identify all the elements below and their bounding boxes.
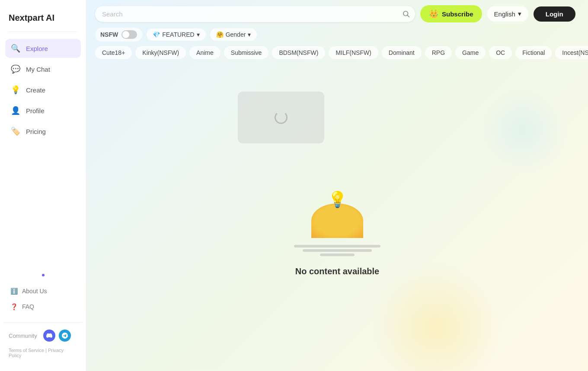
language-label: English: [494, 10, 515, 18]
gender-filter[interactable]: 🤗 Gender ▾: [210, 29, 257, 41]
bg-decoration-1: [372, 263, 502, 371]
nsfw-knob: [122, 31, 129, 38]
tag-milf[interactable]: MILF(NSFW): [329, 46, 378, 59]
gender-emoji: 🤗: [216, 31, 224, 38]
nsfw-label: NSFW: [100, 31, 118, 38]
svg-line-1: [407, 15, 409, 17]
discord-icon[interactable]: [43, 330, 55, 342]
login-button[interactable]: Login: [534, 6, 575, 22]
sidebar-label-my-chat: My Chat: [26, 66, 50, 73]
tag-kinky[interactable]: Kinky(NSFW): [135, 46, 186, 59]
no-content-text: No content available: [295, 266, 380, 276]
bg-decoration-2: [480, 87, 566, 174]
faq-label: FAQ: [22, 303, 34, 310]
crown-icon: 👑: [429, 9, 438, 19]
header: 👑 Subscribe English ▾ Login: [86, 0, 588, 28]
featured-label: FEATURED: [162, 31, 194, 38]
no-content-container: 💡 No content available: [290, 186, 385, 276]
explore-icon: 🔍: [10, 43, 21, 54]
search-button[interactable]: [402, 10, 410, 18]
featured-emoji: 💎: [153, 31, 160, 38]
faq-icon: ❓: [10, 303, 18, 310]
sidebar-item-pricing[interactable]: 🏷️ Pricing: [5, 122, 81, 141]
my-chat-icon: 💬: [10, 64, 21, 74]
about-us-label: About Us: [22, 288, 47, 295]
community-section: Community: [0, 326, 86, 345]
sidebar-item-profile[interactable]: 👤 Profile: [5, 101, 81, 120]
tag-game[interactable]: Game: [455, 46, 486, 59]
subscribe-button[interactable]: 👑 Subscribe: [420, 5, 482, 22]
main-content: 👑 Subscribe English ▾ Login NSFW 💎 FEATU…: [86, 0, 588, 371]
footer-separator: |: [45, 348, 47, 353]
chevron-down-icon: ▾: [518, 10, 521, 18]
tag-dominant[interactable]: Dominant: [382, 46, 422, 59]
gender-chevron: ▾: [248, 31, 251, 38]
tag-incest[interactable]: Incest(NSFW): [555, 46, 588, 59]
gender-label: Gender: [226, 31, 246, 38]
pricing-icon: 🏷️: [10, 126, 21, 136]
telegram-icon[interactable]: [59, 330, 71, 342]
tag-rpg[interactable]: RPG: [425, 46, 452, 59]
sidebar-bottom-divider: [3, 322, 83, 323]
community-label: Community: [9, 333, 37, 339]
no-content-illustration: 💡: [298, 186, 376, 238]
bar-3: [320, 254, 355, 256]
language-button[interactable]: English ▾: [487, 6, 528, 22]
featured-chevron: ▾: [197, 31, 200, 38]
sidebar-divider-top: [9, 32, 77, 32]
nsfw-switch[interactable]: [121, 30, 137, 39]
tag-bdsm[interactable]: BDSM(NSFW): [272, 46, 325, 59]
loading-spinner: [275, 111, 288, 124]
filter-row: NSFW 💎 FEATURED ▾ 🤗 Gender ▾: [86, 28, 588, 46]
sidebar-bottom: ℹ️ About Us ❓ FAQ: [0, 279, 86, 319]
sidebar-bottom-faq[interactable]: ❓ FAQ: [5, 300, 81, 314]
sun-shape: [311, 203, 363, 238]
lightbulb-icon: 💡: [328, 190, 347, 209]
content-area: 💡 No content available: [86, 66, 588, 371]
loading-card: [238, 92, 324, 143]
nsfw-toggle: NSFW: [95, 28, 142, 41]
sidebar-nav: 🔍 Explore 💬 My Chat 💡 Create 👤 Profile 🏷…: [0, 39, 86, 271]
subscribe-label: Subscribe: [442, 10, 473, 18]
search-input[interactable]: [95, 6, 415, 22]
about-us-icon: ℹ️: [10, 288, 18, 295]
sidebar-label-pricing: Pricing: [26, 128, 46, 135]
tags-row: Cute18+Kinky(NSFW)AnimeSubmissiveBDSM(NS…: [86, 46, 588, 66]
tag-fictional[interactable]: Fictional: [515, 46, 552, 59]
tag-submissive[interactable]: Submissive: [224, 46, 269, 59]
sidebar-label-explore: Explore: [26, 45, 48, 52]
tag-anime[interactable]: Anime: [189, 46, 220, 59]
footer-links: Terms of Service | Privacy Policy: [0, 345, 86, 362]
bar-2: [303, 249, 372, 252]
search-bar: [95, 6, 415, 22]
profile-icon: 👤: [10, 105, 21, 116]
featured-filter[interactable]: 💎 FEATURED ▾: [147, 29, 205, 41]
loading-bars: [290, 245, 385, 256]
sidebar-label-create: Create: [26, 86, 45, 94]
sidebar-bottom-about-us[interactable]: ℹ️ About Us: [5, 284, 81, 298]
sidebar-label-profile: Profile: [26, 107, 45, 114]
sidebar: Nextpart AI 🔍 Explore 💬 My Chat 💡 Create…: [0, 0, 86, 371]
sidebar-item-explore[interactable]: 🔍 Explore: [5, 39, 81, 58]
tag-oc[interactable]: OC: [489, 46, 512, 59]
bar-1: [294, 245, 380, 247]
terms-link[interactable]: Terms of Service: [9, 348, 44, 353]
app-logo: Nextpart AI: [0, 9, 86, 32]
sidebar-item-create[interactable]: 💡 Create: [5, 80, 81, 99]
sidebar-dot: [42, 274, 45, 276]
create-icon: 💡: [10, 85, 21, 95]
sidebar-item-my-chat[interactable]: 💬 My Chat: [5, 60, 81, 79]
tag-cute18[interactable]: Cute18+: [95, 46, 132, 59]
loading-dots: [290, 245, 385, 256]
